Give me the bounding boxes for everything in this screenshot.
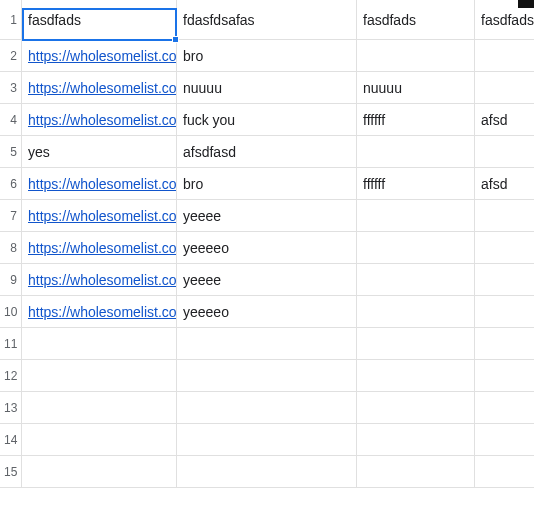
link[interactable]: https://wholesomelist.com xyxy=(28,176,177,192)
cell[interactable]: https://wholesomelist.com xyxy=(22,200,177,232)
cell[interactable] xyxy=(357,392,475,424)
row-header[interactable]: 8 xyxy=(0,232,22,264)
row-header[interactable]: 2 xyxy=(0,40,22,72)
cell[interactable]: https://wholesomelist.com xyxy=(22,296,177,328)
cell[interactable]: fdasfdsafas xyxy=(177,0,357,40)
row-header[interactable]: 12 xyxy=(0,360,22,392)
cell[interactable]: ffffff xyxy=(357,168,475,200)
cell[interactable] xyxy=(357,40,475,72)
cell[interactable]: ffffff xyxy=(357,104,475,136)
cell[interactable] xyxy=(177,424,357,456)
cell[interactable] xyxy=(22,424,177,456)
cell[interactable] xyxy=(475,360,534,392)
cell[interactable] xyxy=(475,200,534,232)
cell[interactable] xyxy=(475,40,534,72)
cell[interactable] xyxy=(475,424,534,456)
cell[interactable]: https://wholesomelist.com xyxy=(22,168,177,200)
link[interactable]: https://wholesomelist.com xyxy=(28,240,177,256)
cell[interactable] xyxy=(357,360,475,392)
link[interactable]: https://wholesomelist.com xyxy=(28,112,177,128)
row-header[interactable]: 15 xyxy=(0,456,22,488)
cell[interactable]: https://wholesomelist.com xyxy=(22,232,177,264)
cell[interactable]: yeeee xyxy=(177,264,357,296)
cell[interactable]: yeeeeo xyxy=(177,296,357,328)
row-header[interactable]: 6 xyxy=(0,168,22,200)
cell[interactable] xyxy=(475,264,534,296)
link[interactable]: https://wholesomelist.com xyxy=(28,208,177,224)
spreadsheet-grid[interactable]: 1fasdfadsfdasfdsafasfasdfadsfasdfads2htt… xyxy=(0,0,534,488)
cell[interactable] xyxy=(177,360,357,392)
link[interactable]: https://wholesomelist.com xyxy=(28,48,177,64)
cell[interactable] xyxy=(177,392,357,424)
row-header[interactable]: 10 xyxy=(0,296,22,328)
cell[interactable] xyxy=(357,456,475,488)
cell[interactable] xyxy=(357,424,475,456)
link[interactable]: https://wholesomelist.com xyxy=(28,304,177,320)
cell[interactable]: fuck you xyxy=(177,104,357,136)
cell[interactable]: nuuuu xyxy=(357,72,475,104)
cell[interactable]: yeeeeo xyxy=(177,232,357,264)
cell[interactable]: bro xyxy=(177,168,357,200)
window-edge xyxy=(518,0,534,8)
link[interactable]: https://wholesomelist.com xyxy=(28,272,177,288)
cell[interactable]: nuuuu xyxy=(177,72,357,104)
cell[interactable]: yeeee xyxy=(177,200,357,232)
cell[interactable] xyxy=(22,328,177,360)
cell[interactable] xyxy=(357,328,475,360)
cell[interactable] xyxy=(475,296,534,328)
row-header[interactable]: 7 xyxy=(0,200,22,232)
cell[interactable]: https://wholesomelist.com xyxy=(22,72,177,104)
cell[interactable]: afsdfasd xyxy=(177,136,357,168)
cell[interactable] xyxy=(177,456,357,488)
row-header[interactable]: 5 xyxy=(0,136,22,168)
row-header[interactable]: 3 xyxy=(0,72,22,104)
cell[interactable]: fasdfads xyxy=(22,0,177,40)
cell[interactable] xyxy=(357,296,475,328)
cell[interactable] xyxy=(22,456,177,488)
row-header[interactable]: 11 xyxy=(0,328,22,360)
cell[interactable] xyxy=(357,200,475,232)
cell[interactable] xyxy=(357,136,475,168)
cell[interactable] xyxy=(357,264,475,296)
row-header[interactable]: 1 xyxy=(0,0,22,40)
cell[interactable]: fasdfads xyxy=(357,0,475,40)
row-header[interactable]: 13 xyxy=(0,392,22,424)
cell[interactable] xyxy=(22,360,177,392)
row-header[interactable]: 14 xyxy=(0,424,22,456)
cell[interactable] xyxy=(475,232,534,264)
cell[interactable]: bro xyxy=(177,40,357,72)
cell[interactable]: https://wholesomelist.com xyxy=(22,264,177,296)
cell[interactable]: https://wholesomelist.com xyxy=(22,40,177,72)
cell[interactable]: afsd xyxy=(475,168,534,200)
cell[interactable]: https://wholesomelist.com xyxy=(22,104,177,136)
cell[interactable] xyxy=(475,72,534,104)
link[interactable]: https://wholesomelist.com xyxy=(28,80,177,96)
cell[interactable] xyxy=(475,136,534,168)
cell[interactable] xyxy=(475,392,534,424)
cell[interactable] xyxy=(177,328,357,360)
cell[interactable] xyxy=(22,392,177,424)
cell[interactable] xyxy=(475,328,534,360)
cell[interactable] xyxy=(357,232,475,264)
row-header[interactable]: 9 xyxy=(0,264,22,296)
cell[interactable]: afsd xyxy=(475,104,534,136)
cell[interactable] xyxy=(475,456,534,488)
row-header[interactable]: 4 xyxy=(0,104,22,136)
cell[interactable]: yes xyxy=(22,136,177,168)
